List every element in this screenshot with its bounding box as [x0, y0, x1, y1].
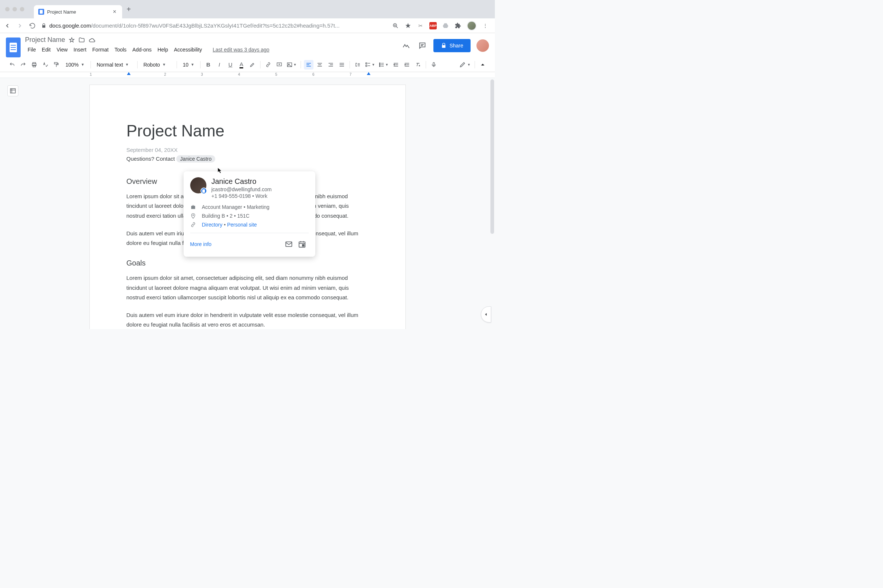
more-info-link[interactable]: More info [190, 241, 282, 247]
show-outline-button[interactable] [8, 86, 18, 96]
menu-view[interactable]: View [54, 45, 70, 54]
docs-header: Project Name File Edit View Insert Forma… [0, 33, 495, 57]
window-controls [0, 7, 29, 11]
traffic-light-minimize[interactable] [12, 7, 17, 11]
menu-addons[interactable]: Add-ons [130, 45, 154, 54]
menu-tools[interactable]: Tools [112, 45, 129, 54]
insert-link-button[interactable] [263, 60, 273, 69]
send-email-button[interactable] [282, 237, 296, 251]
schedule-event-button[interactable] [296, 237, 309, 251]
align-right-button[interactable] [326, 60, 336, 69]
underline-button[interactable]: U [225, 60, 235, 69]
directory-link[interactable]: Directory [202, 222, 222, 228]
personal-site-link[interactable]: Personal site [227, 222, 257, 228]
adblock-ext-icon[interactable]: ABP [429, 22, 437, 29]
menu-format[interactable]: Format [90, 45, 111, 54]
traffic-light-zoom[interactable] [20, 7, 24, 11]
editing-mode-button[interactable]: ▼ [458, 60, 472, 69]
contact-chip[interactable]: Janice Castro [176, 155, 215, 162]
tab-close-button[interactable]: × [111, 9, 118, 15]
scissors-ext-icon[interactable]: ✂ [417, 22, 424, 29]
menu-edit[interactable]: Edit [39, 45, 53, 54]
bookmark-star-icon[interactable] [404, 22, 412, 29]
browser-profile-avatar[interactable] [467, 21, 476, 30]
print-button[interactable] [29, 60, 39, 69]
svg-rect-4 [54, 63, 57, 64]
font-size-dropdown[interactable]: 10▼ [180, 60, 197, 69]
browser-menu-icon[interactable]: ⋮ [482, 22, 489, 29]
text-color-button[interactable]: A [237, 60, 246, 69]
doc-date: September 04, 20XX [126, 147, 369, 153]
paragraph-style-dropdown[interactable]: Normal text▼ [94, 60, 134, 69]
line-spacing-button[interactable] [353, 60, 362, 69]
browser-extensions: ✂ ABP ⋮ [392, 21, 491, 30]
voice-typing-button[interactable] [429, 60, 438, 69]
increase-indent-button[interactable] [402, 60, 412, 69]
share-button[interactable]: Share [433, 39, 470, 52]
url-host: docs.google.com/document/d/1olcn-5f897wu… [49, 22, 339, 28]
activity-icon[interactable] [401, 40, 411, 51]
menu-help[interactable]: Help [155, 45, 171, 54]
explore-button[interactable] [481, 306, 491, 322]
insert-image-button[interactable]: ▼ [285, 60, 297, 69]
italic-button[interactable]: I [215, 60, 224, 69]
new-tab-button[interactable]: + [122, 5, 135, 14]
collapse-toolbar-button[interactable] [478, 60, 488, 69]
location-pin-icon [190, 213, 197, 219]
contact-badge-icon [201, 188, 207, 194]
browser-tab[interactable]: Project Name × [34, 5, 122, 18]
star-icon[interactable] [69, 37, 75, 43]
cloud-status-icon[interactable] [89, 38, 96, 43]
menu-file[interactable]: File [25, 45, 39, 54]
address-bar[interactable]: docs.google.com/document/d/1olcn-5f897wu… [41, 22, 387, 28]
menu-insert[interactable]: Insert [71, 45, 89, 54]
left-indent-marker[interactable] [127, 72, 131, 75]
clear-formatting-button[interactable] [413, 60, 423, 69]
contact-role-row: Account Manager • Marketing [190, 204, 309, 210]
align-left-button[interactable] [304, 60, 314, 69]
checklist-button[interactable]: ▼ [364, 60, 376, 69]
document-canvas: Project Name September 04, 20XX Question… [0, 78, 495, 329]
bulleted-list-button[interactable]: ▼ [377, 60, 390, 69]
font-dropdown[interactable]: Roboto▼ [141, 60, 174, 69]
menu-accessibility[interactable]: Accessibility [171, 45, 204, 54]
right-indent-marker[interactable] [367, 72, 371, 75]
lock-icon [41, 23, 47, 28]
paint-format-button[interactable] [51, 60, 61, 69]
forward-button[interactable] [16, 22, 24, 29]
move-folder-icon[interactable] [78, 37, 85, 44]
bold-button[interactable]: B [203, 60, 213, 69]
account-avatar[interactable] [476, 39, 489, 52]
briefcase-icon [190, 204, 197, 210]
highlight-button[interactable] [248, 60, 257, 69]
traffic-light-close[interactable] [5, 7, 10, 11]
zoom-icon[interactable] [392, 22, 399, 29]
document-title[interactable]: Project Name [25, 36, 65, 44]
back-button[interactable] [4, 22, 11, 29]
svg-rect-8 [366, 63, 367, 64]
drive-ext-icon[interactable] [442, 22, 449, 29]
reload-button[interactable] [29, 22, 36, 29]
svg-point-15 [192, 215, 194, 216]
zoom-dropdown[interactable]: 100%▼ [63, 60, 87, 69]
browser-toolbar: docs.google.com/document/d/1olcn-5f897wu… [0, 18, 495, 33]
align-center-button[interactable] [315, 60, 324, 69]
decrease-indent-button[interactable] [391, 60, 401, 69]
comments-icon[interactable] [417, 40, 428, 51]
align-justify-button[interactable] [337, 60, 347, 69]
tab-title: Project Name [47, 9, 108, 15]
vertical-scrollbar[interactable] [490, 80, 494, 234]
svg-point-12 [379, 66, 380, 66]
extensions-icon[interactable] [454, 22, 462, 29]
browser-tab-strip: Project Name × + [0, 0, 495, 18]
svg-rect-14 [10, 88, 15, 93]
insert-comment-button[interactable] [275, 60, 284, 69]
undo-button[interactable] [8, 60, 17, 69]
horizontal-ruler[interactable]: 1 2 3 4 5 6 7 [0, 72, 495, 78]
docs-logo-icon[interactable] [6, 38, 21, 57]
document-page[interactable]: Project Name September 04, 20XX Question… [89, 85, 406, 329]
spellcheck-button[interactable] [41, 60, 50, 69]
redo-button[interactable] [18, 60, 28, 69]
last-edit-link[interactable]: Last edit was 3 days ago [213, 47, 269, 52]
menu-bar: File Edit View Insert Format Tools Add-o… [25, 45, 396, 54]
